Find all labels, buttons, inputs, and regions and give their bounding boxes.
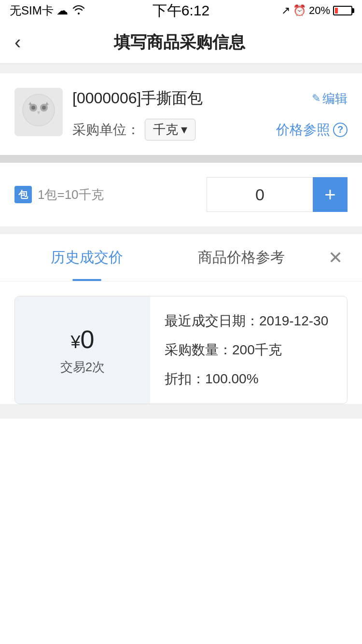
quantity-plus-button[interactable]: + <box>313 177 348 212</box>
product-name-row: [0000006]手撕面包 ✎ 编辑 <box>72 88 348 109</box>
purchase-quantity: 采购数量：200千克 <box>165 340 333 360</box>
svg-point-0 <box>23 94 55 126</box>
history-trades-count: 交易2次 <box>60 359 105 376</box>
battery-percent: 20% <box>309 4 330 17</box>
edit-button[interactable]: ✎ 编辑 <box>312 90 348 107</box>
svg-point-3 <box>31 106 35 110</box>
product-thumbnail <box>14 88 63 136</box>
section-divider <box>0 155 362 163</box>
status-left: 无SIM卡 ☁ <box>10 3 85 18</box>
page-title: 填写商品采购信息 <box>30 31 328 54</box>
status-time: 下午6:12 <box>153 1 209 21</box>
product-info: [0000006]手撕面包 ✎ 编辑 采购单位： 千克 ▾ 价格参照 ? <box>72 88 348 140</box>
help-icon: ? <box>333 123 348 137</box>
nav-bar: ‹ 填写商品采购信息 <box>0 21 362 64</box>
edit-icon: ✎ <box>312 92 320 105</box>
bottom-panel: 历史成交价 商品价格参考 ✕ ¥0 交易2次 最近成交日期：2019-12-30… <box>0 234 362 404</box>
product-card: [0000006]手撕面包 ✎ 编辑 采购单位： 千克 ▾ 价格参照 ? <box>0 73 362 155</box>
history-price-value: ¥0 <box>71 325 95 354</box>
unit-tag: 包 <box>14 186 32 203</box>
carrier-text: 无SIM卡 ☁ <box>10 3 68 18</box>
battery-icon <box>333 6 352 15</box>
svg-point-4 <box>42 106 46 110</box>
location-icon: ↗ <box>281 4 290 17</box>
product-unit-row: 采购单位： 千克 ▾ 价格参照 ? <box>72 119 348 140</box>
tab-history-price[interactable]: 历史成交价 <box>10 234 164 281</box>
price-reference-button[interactable]: 价格参照 ? <box>276 121 348 139</box>
status-bar: 无SIM卡 ☁ 下午6:12 ↗ ⏰ 20% <box>0 0 362 21</box>
product-name: [0000006]手撕面包 <box>72 88 203 109</box>
alarm-icon: ⏰ <box>293 4 306 17</box>
unit-select-dropdown[interactable]: 千克 ▾ <box>145 119 195 140</box>
unit-info: 包 1包=10千克 <box>14 186 104 203</box>
close-panel-button[interactable]: ✕ <box>319 243 352 273</box>
history-details-right: 最近成交日期：2019-12-30 采购数量：200千克 折扣：100.00% <box>150 296 347 404</box>
quantity-row: 包 1包=10千克 0 + <box>0 163 362 226</box>
unit-conversion: 1包=10千克 <box>38 186 104 203</box>
tab-product-price-ref[interactable]: 商品价格参考 <box>164 234 319 281</box>
quantity-control: 0 + <box>207 177 348 212</box>
wifi-icon <box>72 4 85 17</box>
history-card: ¥0 交易2次 最近成交日期：2019-12-30 采购数量：200千克 折扣：… <box>14 296 348 404</box>
main-content-area <box>0 419 362 644</box>
back-button[interactable]: ‹ <box>14 31 30 53</box>
tabs-bar: 历史成交价 商品价格参考 ✕ <box>0 234 362 281</box>
last-trade-date: 最近成交日期：2019-12-30 <box>165 311 333 331</box>
unit-label: 采购单位： 千克 ▾ <box>72 119 195 140</box>
product-logo <box>22 93 56 131</box>
quantity-input[interactable]: 0 <box>207 177 313 212</box>
discount-value: 折扣：100.00% <box>165 369 333 389</box>
history-price-left: ¥0 交易2次 <box>15 296 150 404</box>
status-right: ↗ ⏰ 20% <box>281 4 352 17</box>
